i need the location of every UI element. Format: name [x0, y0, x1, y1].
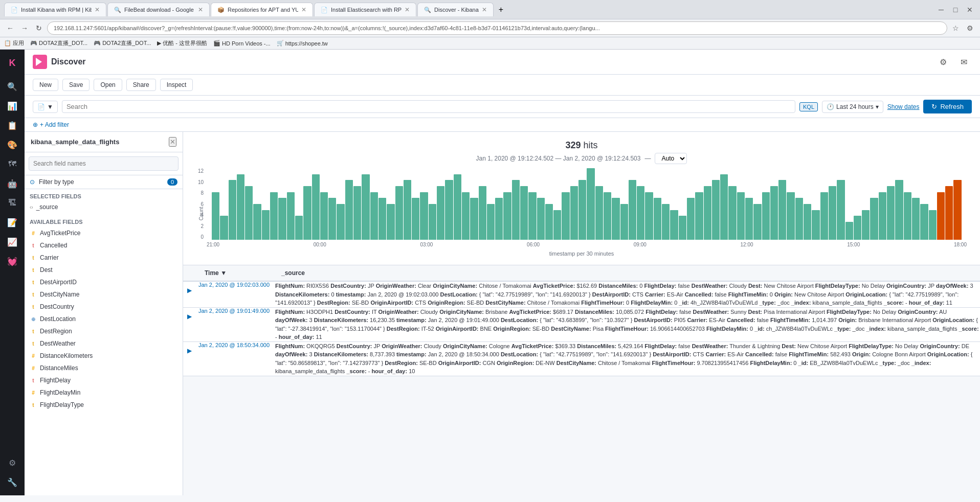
histogram-bar-30[interactable] [462, 192, 470, 240]
histogram-bar-55[interactable] [670, 210, 678, 240]
time-picker[interactable]: 🕐 Last 24 hours ▾ [822, 101, 883, 113]
histogram-bar-10[interactable] [295, 216, 303, 240]
histogram-bar-85[interactable] [920, 204, 928, 240]
histogram-bar-46[interactable] [595, 186, 603, 240]
histogram-bar-37[interactable] [520, 186, 528, 240]
histogram-bar-45[interactable] [587, 168, 594, 240]
extensions-button[interactable]: ⚙ [964, 22, 976, 34]
histogram-bar-58[interactable] [695, 192, 703, 240]
minimize-button[interactable]: ─ [935, 4, 947, 16]
histogram-bar-87[interactable] [937, 192, 945, 240]
histogram-bar-50[interactable] [629, 180, 636, 240]
settings-icon-button[interactable]: ⚙ [935, 54, 951, 70]
histogram-bar-59[interactable] [704, 186, 711, 240]
histogram-bar-76[interactable] [845, 222, 853, 240]
histogram-bar-51[interactable] [637, 186, 644, 240]
field-item-destweather[interactable]: t DestWeather + [25, 337, 183, 350]
sidebar-item-apm[interactable]: 📈 [3, 233, 21, 251]
histogram-bar-43[interactable] [570, 186, 578, 240]
histogram-bar-23[interactable] [404, 180, 411, 240]
histogram-bar-28[interactable] [445, 180, 453, 240]
share-button[interactable]: Share [126, 79, 156, 91]
forward-button[interactable]: → [18, 22, 31, 34]
address-bar[interactable] [47, 21, 947, 35]
histogram-bar-6[interactable] [262, 210, 270, 240]
browser-tab-3[interactable]: 📦 Repositories for APT and YUM ✕ [211, 3, 313, 16]
histogram-bar-53[interactable] [654, 198, 661, 240]
histogram-bar-89[interactable] [953, 180, 961, 240]
field-item-destcountry[interactable]: t DestCountry + [25, 301, 183, 313]
histogram-bar-68[interactable] [778, 180, 786, 240]
sidebar-item-ml[interactable]: 🤖 [3, 174, 21, 193]
tab3-close[interactable]: ✕ [301, 6, 306, 13]
histogram-bar-3[interactable] [237, 174, 244, 240]
histogram-bar-47[interactable] [604, 192, 611, 240]
field-item-carrier[interactable]: t Carrier + [25, 252, 183, 264]
histogram-bar-83[interactable] [904, 192, 911, 240]
sidebar-item-uptime[interactable]: 💓 [3, 252, 21, 270]
field-item-flightdelay[interactable]: t FlightDelay + [25, 374, 183, 386]
histogram-bar-66[interactable] [762, 192, 770, 240]
field-item-destcityname[interactable]: t DestCityName + [25, 288, 183, 301]
histogram-bar-73[interactable] [820, 192, 828, 240]
sidebar-item-management[interactable]: 🔧 [3, 473, 21, 491]
histogram-bar-40[interactable] [545, 204, 553, 240]
histogram-bar-63[interactable] [737, 192, 745, 240]
filter-by-type-row[interactable]: ⊙ Filter by type 0 [25, 175, 183, 189]
histogram-bar-21[interactable] [387, 204, 394, 240]
kql-badge[interactable]: KQL [799, 102, 818, 111]
histogram-bar-35[interactable] [503, 192, 511, 240]
mail-icon-button[interactable]: ✉ [955, 54, 972, 70]
field-item-cancelled[interactable]: t Cancelled + [25, 239, 183, 252]
histogram-bar-16[interactable] [345, 180, 353, 240]
histogram-bar-1[interactable] [220, 216, 228, 240]
reload-button[interactable]: ↻ [33, 22, 45, 34]
histogram-bar-74[interactable] [829, 186, 836, 240]
new-button[interactable]: New [33, 79, 58, 91]
histogram-bar-57[interactable] [687, 198, 695, 240]
histogram-bar-31[interactable] [470, 198, 478, 240]
histogram-bar-88[interactable] [945, 186, 953, 240]
row-time-1[interactable]: Jan 2, 2020 @ 19:02:03.000 [198, 281, 275, 307]
histogram-bar-17[interactable] [353, 186, 361, 240]
histogram-bar-62[interactable] [728, 186, 736, 240]
tab4-close[interactable]: ✕ [405, 6, 410, 13]
histogram-bar-71[interactable] [804, 204, 811, 240]
bookmark-apps[interactable]: 📋 应用 [4, 39, 24, 47]
field-search-input[interactable] [29, 156, 179, 171]
row-expand-button-1[interactable]: ▶ [183, 282, 196, 299]
histogram-bar-65[interactable] [753, 204, 761, 240]
collapse-left-panel-button[interactable]: ✕ [169, 137, 176, 147]
sidebar-item-canvas[interactable]: 🎨 [3, 135, 21, 154]
bookmark-dota1[interactable]: 🎮 DOTA2直播_DOT... [30, 39, 87, 47]
browser-tab-1[interactable]: 📄 Install Kibana with RPM | Kib... ✕ [4, 3, 106, 16]
field-item-flightdelaytype[interactable]: t FlightDelayType + [25, 399, 183, 411]
selected-field-source[interactable]: ‹› _source [25, 201, 183, 213]
open-button[interactable]: Open [94, 79, 122, 91]
histogram-bar-48[interactable] [612, 198, 619, 240]
histogram-bar-2[interactable] [229, 180, 236, 240]
bookmark-youku[interactable]: ▶ 优酷 - 这世界很酷 [157, 39, 207, 47]
tab5-close[interactable]: ✕ [482, 6, 487, 13]
sidebar-item-infrastructure[interactable]: 🏗 [3, 194, 21, 212]
row-time-3[interactable]: Jan 2, 2020 @ 18:50:34.000 [198, 341, 275, 376]
histogram-bar-79[interactable] [870, 198, 878, 240]
histogram-bar-44[interactable] [578, 180, 586, 240]
search-input[interactable] [66, 103, 791, 110]
inspect-button[interactable]: Inspect [160, 79, 193, 91]
histogram-bar-26[interactable] [429, 204, 436, 240]
add-filter-button[interactable]: ⊕ + Add filter [33, 121, 69, 128]
sidebar-item-logs[interactable]: 📝 [3, 213, 21, 232]
sidebar-item-dashboard[interactable]: 📋 [3, 116, 21, 134]
histogram-bar-7[interactable] [270, 192, 278, 240]
sidebar-item-visualize[interactable]: 📊 [3, 97, 21, 115]
field-item-destregion[interactable]: t DestRegion + [25, 325, 183, 337]
histogram-bar-72[interactable] [812, 210, 819, 240]
histogram-bar-84[interactable] [912, 198, 920, 240]
close-button[interactable]: ✕ [964, 4, 976, 16]
field-item-destairportid[interactable]: t DestAirportID + [25, 276, 183, 288]
bookmark-hd[interactable]: 🎬 HD Porn Videos -... [213, 40, 271, 47]
histogram-bar-60[interactable] [712, 180, 720, 240]
refresh-button[interactable]: ↻ Refresh [923, 100, 972, 113]
histogram-bar-4[interactable] [245, 186, 253, 240]
